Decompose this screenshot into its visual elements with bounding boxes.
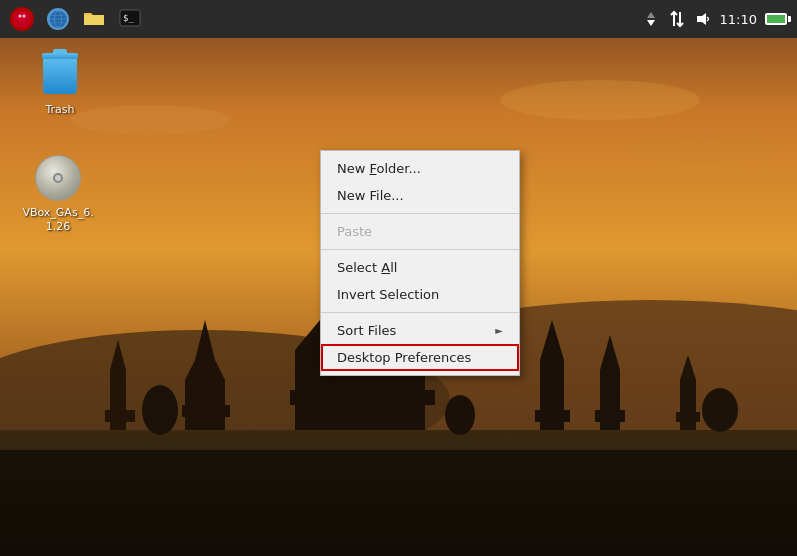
- svg-text:$_: $_: [123, 13, 134, 23]
- trash-label: Trash: [45, 103, 74, 117]
- context-menu: New Folder... New File... Paste Select A…: [320, 150, 520, 376]
- svg-point-25: [702, 388, 738, 432]
- globe-button[interactable]: [42, 3, 74, 35]
- svg-point-32: [23, 15, 26, 18]
- transfer-arrows-icon[interactable]: [668, 10, 686, 28]
- menu-item-sort-files[interactable]: Sort Files ►: [321, 317, 519, 344]
- network-status-icon[interactable]: [642, 10, 660, 28]
- svg-rect-8: [290, 390, 435, 405]
- svg-point-22: [142, 385, 178, 435]
- menu-item-sort-files-label: Sort Files: [337, 323, 396, 338]
- sort-files-arrow: ►: [495, 325, 503, 336]
- trash-lid: [42, 53, 78, 59]
- svg-marker-12: [185, 360, 225, 430]
- svg-marker-40: [647, 12, 655, 18]
- svg-marker-41: [647, 20, 655, 26]
- svg-marker-44: [697, 13, 706, 25]
- folder-icon: [82, 8, 106, 31]
- menu-item-desktop-preferences-label: Desktop Preferences: [337, 350, 471, 365]
- taskbar-left: $_: [6, 3, 146, 35]
- svg-marker-16: [540, 320, 564, 430]
- menu-item-select-all-label: Select All: [337, 260, 397, 275]
- new-folder-accel: F: [370, 161, 377, 176]
- svg-rect-15: [105, 410, 135, 422]
- clock-display: 11:10: [720, 12, 757, 27]
- volume-icon[interactable]: [694, 10, 712, 28]
- menu-item-desktop-preferences[interactable]: Desktop Preferences: [321, 344, 519, 371]
- vbox-icon[interactable]: VBox_GAs_6.1.26: [18, 150, 98, 239]
- svg-rect-21: [676, 412, 700, 422]
- svg-marker-18: [600, 335, 620, 430]
- raspberry-pi-icon: [10, 7, 34, 31]
- menu-item-new-folder-label: New Folder...: [337, 161, 421, 176]
- menu-item-new-file-label: New File...: [337, 188, 404, 203]
- trash-body: [43, 58, 77, 94]
- svg-point-24: [445, 395, 475, 435]
- trash-image: [36, 51, 84, 99]
- svg-point-29: [630, 138, 770, 162]
- svg-rect-17: [535, 410, 570, 422]
- globe-icon: [47, 8, 69, 30]
- separator-3: [321, 312, 519, 313]
- battery-tip: [788, 16, 791, 22]
- battery-body: [765, 13, 787, 25]
- menu-item-new-file[interactable]: New File...: [321, 182, 519, 209]
- menu-item-invert-selection-label: Invert Selection: [337, 287, 439, 302]
- svg-marker-14: [110, 340, 126, 430]
- taskbar: $_: [0, 0, 797, 38]
- svg-marker-20: [680, 355, 696, 430]
- battery-indicator: [765, 13, 791, 25]
- svg-rect-4: [0, 430, 797, 556]
- desktop: $_: [0, 0, 797, 556]
- svg-point-28: [500, 80, 700, 120]
- disc-graphic: [35, 155, 81, 201]
- raspberry-pi-button[interactable]: [6, 3, 38, 35]
- disc-hole: [53, 173, 63, 183]
- vbox-label: VBox_GAs_6.1.26: [22, 206, 94, 235]
- menu-item-paste: Paste: [321, 218, 519, 245]
- menu-item-select-all[interactable]: Select All: [321, 254, 519, 281]
- select-all-accel: A: [381, 260, 390, 275]
- trash-icon[interactable]: Trash: [20, 47, 100, 121]
- menu-item-invert-selection[interactable]: Invert Selection: [321, 281, 519, 308]
- separator-2: [321, 249, 519, 250]
- folder-button[interactable]: [78, 3, 110, 35]
- svg-marker-11: [195, 320, 215, 430]
- disc-image: [34, 154, 82, 202]
- terminal-button[interactable]: $_: [114, 3, 146, 35]
- svg-rect-23: [158, 420, 162, 435]
- separator-1: [321, 213, 519, 214]
- taskbar-right: 11:10: [642, 10, 791, 28]
- menu-item-new-folder[interactable]: New Folder...: [321, 155, 519, 182]
- trash-bin-graphic: [40, 53, 80, 97]
- svg-rect-13: [182, 405, 230, 417]
- terminal-icon: $_: [119, 9, 141, 30]
- svg-point-31: [19, 15, 22, 18]
- menu-item-paste-label: Paste: [337, 224, 372, 239]
- svg-rect-19: [595, 410, 625, 422]
- svg-rect-26: [0, 450, 797, 556]
